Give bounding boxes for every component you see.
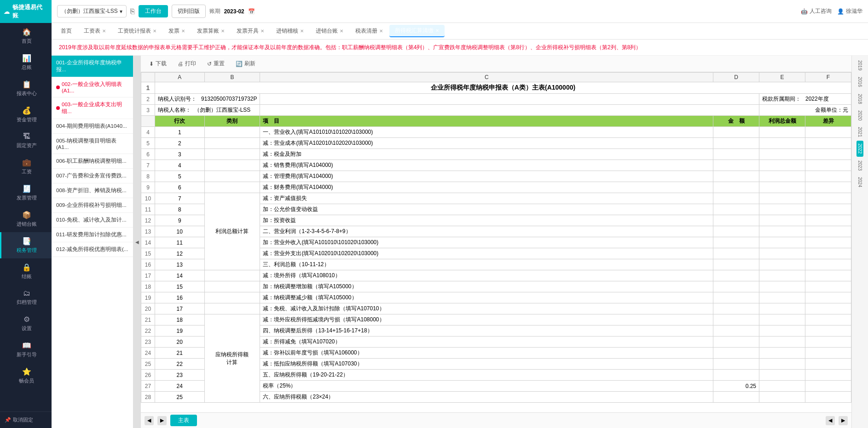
col-header-e: E <box>759 73 805 82</box>
list-item-007[interactable]: 007-广告费和业务宣传费跌... <box>52 169 133 183</box>
tab-close-tax-clear[interactable]: ✕ <box>379 29 383 34</box>
sidebar-item-invoices[interactable]: 🧾发票管理 <box>0 180 52 206</box>
sheet-tab-main[interactable]: 主表 <box>170 415 197 426</box>
sidebar-item-guide[interactable]: 📖新手引导 <box>0 337 52 363</box>
sheet-nav-right[interactable]: ▶ <box>157 416 167 425</box>
tab-label: 进销台账 <box>316 27 338 35</box>
sidebar: ☁ 畅捷通易代账 🏠首页📊总账📋报表中心💰资金管理🏗固定资产💼工资🧾发票管理📦进… <box>0 0 52 428</box>
tab-close-invoice[interactable]: ✕ <box>181 29 185 34</box>
sidebar-item-fixed[interactable]: 🏗固定资产 <box>0 128 52 154</box>
download-button[interactable]: ⬇ 下载 <box>146 58 169 69</box>
user-menu[interactable]: 👤 徐滋华 <box>837 7 862 15</box>
sheet-nav-left[interactable]: ◀ <box>145 416 154 425</box>
sidebar-item-archive[interactable]: 🗂归档管理 <box>0 285 52 310</box>
tab-income-tax[interactable]: 所得税汇算清缴 ✕ <box>389 25 445 37</box>
workbench-button[interactable]: 工作台 <box>139 5 168 17</box>
list-item-001[interactable]: 001-企业所得税年度纳税申报... <box>52 56 133 77</box>
tab-invoice[interactable]: 发票 ✕ <box>163 24 191 38</box>
timeline-year-2020[interactable]: 2020 <box>856 108 863 123</box>
list-item-label: 003-一般企业成本支出明细... <box>62 101 128 115</box>
list-item-006[interactable]: 006-职工薪酬纳税调整明细... <box>52 154 133 169</box>
timeline-year-2019[interactable]: 2019 <box>856 57 863 73</box>
reset-button[interactable]: ↺ 重置 <box>204 58 227 69</box>
sidebar-item-ledger[interactable]: 📊总账 <box>0 49 52 75</box>
spreadsheet-container[interactable]: A B C D E F 1企业所得税年度纳税申报表（A类）主表(A100000)… <box>141 72 851 412</box>
ai-icon: 🤖 <box>801 8 808 15</box>
tab-close-payroll[interactable]: ✕ <box>102 29 106 34</box>
col-header-rownum <box>141 73 155 82</box>
scroll-right-btn[interactable]: ▶ <box>839 416 848 425</box>
tab-home[interactable]: 首页 <box>55 24 77 38</box>
timeline-year-2018[interactable]: 2018 <box>856 91 863 107</box>
collapse-button[interactable]: ◀ <box>133 56 141 428</box>
list-item-label: 006-职工薪酬纳税调整明细... <box>56 158 127 165</box>
tab-label: 工资表 <box>84 27 100 35</box>
user-name: 徐滋华 <box>846 7 862 15</box>
copy-icon[interactable]: ⎘ <box>130 7 135 16</box>
home-icon: 🏠 <box>22 28 31 36</box>
content-area: 001-企业所得税年度纳税申报...002-一般企业收入明细表(A1...003… <box>52 56 868 428</box>
timeline-year-2016[interactable]: 2016 <box>856 74 863 90</box>
refresh-button[interactable]: 🔄 刷新 <box>233 58 258 69</box>
sidebar-item-settings[interactable]: ⚙设置 <box>0 310 52 337</box>
sidebar-nav: 🏠首页📊总账📋报表中心💰资金管理🏗固定资产💼工资🧾发票管理📦进销台账📑税务管理🔒… <box>0 23 52 411</box>
app-logo: ☁ 畅捷通易代账 <box>0 0 52 23</box>
tab-close-sales-ledger[interactable]: ✕ <box>340 29 343 34</box>
sidebar-item-payroll[interactable]: 💼工资 <box>0 154 52 180</box>
list-item-004[interactable]: 004-期间费用明细表(A1040... <box>52 119 133 134</box>
print-button[interactable]: 🖨 打印 <box>175 58 199 69</box>
list-item-009[interactable]: 009-企业所得税补亏损明细... <box>52 198 133 213</box>
list-item-002[interactable]: 002-一般企业收入明细表(A1... <box>52 77 133 97</box>
table-row: 4 1 一、营业收入(填写A101010\101020\103000) <box>141 127 851 138</box>
timeline-year-2023[interactable]: 2023 <box>856 158 863 173</box>
sidebar-item-close[interactable]: 🔒结账 <box>0 258 52 285</box>
tab-label: 进销稽核 <box>276 27 298 35</box>
archive-icon: 🗂 <box>23 289 30 297</box>
tab-sales-ledger[interactable]: 进销台账 ✕ <box>310 24 349 38</box>
sidebar-item-label: 进销台账 <box>17 221 37 228</box>
tab-payroll[interactable]: 工资表 ✕ <box>78 24 111 38</box>
sidebar-item-sales[interactable]: 📦进销台账 <box>0 206 52 232</box>
sidebar-item-assets[interactable]: 💰资金管理 <box>0 102 52 128</box>
topbar-right: 🤖 人工咨询 👤 徐滋华 <box>801 7 862 15</box>
sidebar-item-label: 首页 <box>22 38 32 45</box>
tab-payroll-stats[interactable]: 工资统计报表 ✕ <box>112 24 162 38</box>
scroll-left-btn[interactable]: ◀ <box>826 416 835 425</box>
switch-version-button[interactable]: 切到旧版 <box>172 5 206 18</box>
period-value: 2023-02 <box>224 8 244 15</box>
timeline-year-2021[interactable]: 2021 <box>856 124 863 140</box>
sidebar-item-home[interactable]: 🏠首页 <box>0 23 52 49</box>
print-icon: 🖨 <box>178 61 183 67</box>
tab-sales-check[interactable]: 进销稽核 ✕ <box>271 24 309 38</box>
timeline-year-2022[interactable]: 2022 <box>856 141 863 156</box>
refresh-icon: 🔄 <box>236 61 243 67</box>
list-item-010[interactable]: 010-免税、减计收入及加计... <box>52 213 133 228</box>
list-item-012[interactable]: 012-减免所得税优惠明细表(... <box>52 242 133 257</box>
tab-close-income-tax[interactable]: ✕ <box>435 28 439 33</box>
sidebar-footer[interactable]: 📌 取消固定 <box>0 411 52 428</box>
tab-invoice-open[interactable]: 发票开具 ✕ <box>231 24 270 38</box>
reports-icon: 📋 <box>22 80 31 89</box>
error-dot <box>56 86 60 89</box>
ai-consult[interactable]: 🤖 人工咨询 <box>801 7 832 15</box>
tab-tax-clear[interactable]: 税表清册 ✕ <box>350 24 388 38</box>
tab-close-invoice-open[interactable]: ✕ <box>260 29 264 34</box>
list-item-003[interactable]: 003-一般企业成本支出明细... <box>52 97 133 119</box>
tab-close-invoice-calc[interactable]: ✕ <box>221 29 225 34</box>
list-item-011[interactable]: 011-研发费用加计扣除优惠... <box>52 228 133 242</box>
table-row: 17 14 减：境外所得（填写A108010） <box>141 270 851 281</box>
tab-invoice-calc[interactable]: 发票算账 ✕ <box>191 24 230 38</box>
tab-close-payroll-stats[interactable]: ✕ <box>153 29 156 34</box>
tab-close-sales-check[interactable]: ✕ <box>300 29 304 34</box>
list-item-005[interactable]: 005-纳税调整项目明细表(A1... <box>52 134 133 154</box>
sidebar-item-reports[interactable]: 📋报表中心 <box>0 75 52 102</box>
list-item-008[interactable]: 008-资产折旧、摊销及纳税... <box>52 183 133 198</box>
period-icon[interactable]: 📅 <box>248 8 255 15</box>
sidebar-footer-label: 取消固定 <box>13 417 33 423</box>
sidebar-item-tax[interactable]: 📑税务管理 <box>0 232 52 258</box>
refresh-label: 刷新 <box>244 60 255 68</box>
timeline-year-2024[interactable]: 2024 <box>856 174 863 190</box>
reset-label: 重置 <box>214 60 225 68</box>
entity-selector[interactable]: （勿删）江西服宝-LSS ▾ <box>57 5 127 17</box>
sidebar-item-member[interactable]: ⭐畅会员 <box>0 363 52 389</box>
